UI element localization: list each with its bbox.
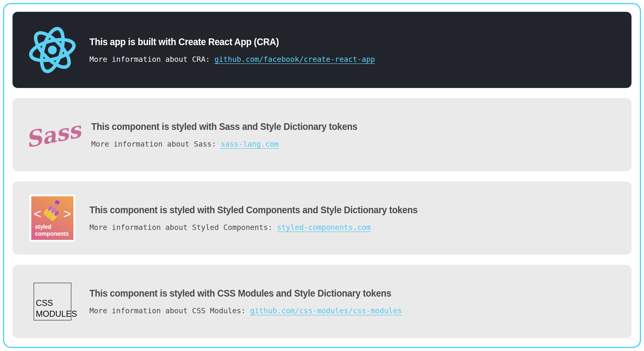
app-frame: This app is built with Create React App … bbox=[3, 3, 641, 348]
sass-wordmark: Sass bbox=[24, 119, 83, 151]
styled-components-badge: < > styled compo bbox=[30, 194, 75, 242]
card-title: This app is built with Create React App … bbox=[90, 36, 355, 47]
card-text: This component is styled with CSS Module… bbox=[90, 288, 414, 315]
sass-logo: Sass bbox=[26, 124, 81, 146]
react-logo bbox=[26, 25, 79, 75]
card-css-modules: CSS MODULES This component is styled wit… bbox=[12, 265, 632, 338]
card-text: This component is styled with Styled Com… bbox=[90, 204, 442, 232]
react-atom-icon bbox=[22, 20, 83, 80]
css-modules-link[interactable]: github.com/css-modules/css-modules bbox=[250, 306, 402, 315]
card-text: This app is built with Create React App … bbox=[90, 36, 375, 64]
css-modules-logo: CSS MODULES bbox=[26, 283, 79, 321]
info-text: More information about CRA: bbox=[90, 55, 214, 64]
styled-components-gradient: < > styled compo bbox=[31, 196, 74, 240]
info-text: More information about Styled Components… bbox=[90, 223, 277, 232]
css-modules-box: CSS MODULES bbox=[34, 283, 71, 321]
card-title: This component is styled with CSS Module… bbox=[90, 288, 391, 299]
card-text: This component is styled with Sass and S… bbox=[91, 121, 377, 148]
card-sass: Sass This component is styled with Sass … bbox=[12, 98, 632, 171]
styled-components-logo: < > styled compo bbox=[26, 194, 79, 242]
info-line: More information about Styled Components… bbox=[90, 223, 442, 232]
angle-bracket-left: < bbox=[34, 207, 42, 220]
info-line: More information about Sass: sass-lang.c… bbox=[91, 140, 377, 148]
info-text: More information about Sass: bbox=[91, 140, 221, 148]
css-modules-line-2: MODULES bbox=[36, 309, 77, 320]
card-title: This component is styled with Sass and S… bbox=[91, 121, 357, 132]
cra-link[interactable]: github.com/facebook/create-react-app bbox=[214, 55, 375, 64]
styled-components-label: styled components bbox=[35, 223, 69, 237]
info-line: More information about CRA: github.com/f… bbox=[90, 55, 375, 64]
styled-components-link[interactable]: styled-components.com bbox=[277, 223, 371, 232]
card-title: This component is styled with Styled Com… bbox=[90, 204, 418, 216]
info-text: More information about CSS Modules: bbox=[90, 306, 250, 315]
card-cra: This app is built with Create React App … bbox=[12, 12, 632, 88]
card-styled-components: < > styled compo bbox=[12, 182, 632, 255]
css-modules-line-1: CSS bbox=[36, 298, 77, 309]
angle-bracket-right: > bbox=[63, 207, 71, 220]
info-line: More information about CSS Modules: gith… bbox=[90, 306, 414, 315]
nail-polish-icon bbox=[42, 200, 63, 222]
sass-link[interactable]: sass-lang.com bbox=[220, 140, 278, 148]
css-modules-text: CSS MODULES bbox=[36, 298, 77, 320]
